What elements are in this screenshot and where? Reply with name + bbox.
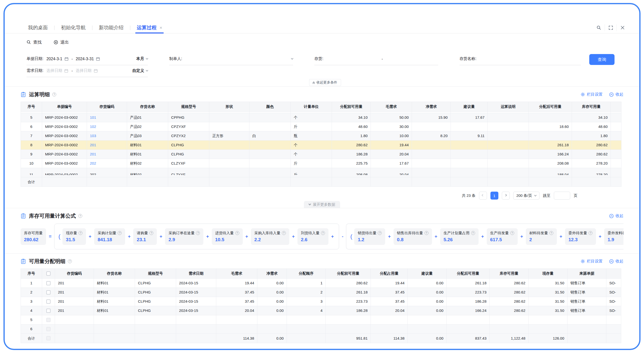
divider <box>5 208 639 208</box>
tab-separator <box>130 26 130 30</box>
column-settings-button[interactable]: 栏目设置 <box>580 92 603 97</box>
exit-button[interactable]: 退出 <box>54 40 69 45</box>
cell <box>209 168 250 177</box>
row-checkbox[interactable] <box>46 299 50 304</box>
cell: MRP-2024-03-0002 <box>42 159 87 168</box>
tab-4[interactable]: 运算过程× <box>135 22 164 33</box>
current-page-button[interactable]: 1 <box>490 192 498 200</box>
help-icon[interactable] <box>378 231 382 235</box>
table-row[interactable]: 9MRP-2024-03-0002201材料01CLPHG个186.2820.0… <box>21 150 622 159</box>
table-row[interactable]: 5MRP-2024-03-0002101产品01CPPHG个34.1050.00… <box>21 113 622 122</box>
chevron-right-icon <box>504 194 507 196</box>
cell: 销售订单 <box>568 306 606 315</box>
collapse-section-button[interactable]: 收起 <box>609 92 624 97</box>
help-icon[interactable] <box>78 231 82 235</box>
total-cell <box>611 177 622 187</box>
need-date-to-input[interactable]: 选择日期 <box>76 68 92 73</box>
help-icon[interactable] <box>321 231 325 235</box>
help-icon[interactable] <box>196 231 200 235</box>
select-all-checkbox[interactable] <box>46 271 50 276</box>
cell: 材料01 <box>127 150 168 159</box>
help-icon[interactable] <box>588 231 592 235</box>
cell: 278.20 <box>572 168 611 177</box>
tab-close-icon[interactable]: × <box>160 25 162 31</box>
cell <box>528 324 568 334</box>
cell: 2024-03-15 <box>176 288 216 297</box>
fullscreen-icon[interactable] <box>604 24 616 31</box>
need-date-preset-select[interactable]: 自定义 <box>132 68 148 73</box>
table-row[interactable]: 6MRP-2024-03-0002102产品02CPZYXF斤48.6030.0… <box>21 122 622 131</box>
column-header: 净需求 <box>257 269 287 279</box>
next-page-button[interactable] <box>502 192 510 200</box>
stock-code-link[interactable]: 101 <box>90 115 96 120</box>
search-icon[interactable] <box>593 24 604 31</box>
chevron-down-icon[interactable] <box>291 57 294 60</box>
stock-code-link[interactable]: 103 <box>90 134 96 138</box>
table-row[interactable]: 10MRP-2024-03-0002202材料02CLZYXF斤225.7517… <box>21 159 622 168</box>
calendar-icon[interactable] <box>64 57 68 61</box>
cell <box>135 324 176 334</box>
column-header[interactable] <box>42 269 55 279</box>
table-row[interactable]: 8MRP-2024-03-0002201材料01CLPHG个280.6219.4… <box>21 141 622 150</box>
table-row[interactable]: 4201材料01CLPHG2024-03-1520.040.004186.282… <box>21 306 621 315</box>
expand-more-data-button[interactable]: 展开更多数据 <box>304 201 340 208</box>
table-row[interactable]: 1201材料01CLPHG2024-03-1519.440.001280.621… <box>21 279 621 288</box>
calendar-icon[interactable] <box>96 57 100 61</box>
stock-code-link[interactable]: 202 <box>90 161 96 165</box>
table-row[interactable]: 2201材料01CLPHG2024-03-1537.450.002261.183… <box>21 288 621 297</box>
help-icon[interactable] <box>68 259 72 263</box>
row-checkbox[interactable] <box>46 318 50 322</box>
help-icon[interactable] <box>471 231 475 235</box>
help-icon[interactable] <box>52 93 56 96</box>
prev-page-button[interactable] <box>479 192 487 200</box>
collapse-section-button[interactable]: 收起 <box>609 213 624 219</box>
total-cell <box>135 334 176 343</box>
query-button[interactable]: 查询 <box>589 54 614 65</box>
page-size-select[interactable]: 200 条/页 <box>513 192 540 200</box>
table-row[interactable]: 3201材料01CLPHG2024-03-1537.450.003223.733… <box>21 297 621 306</box>
stock-code-link[interactable]: 201 <box>90 152 96 156</box>
row-checkbox[interactable] <box>46 327 50 331</box>
total-cell <box>94 334 135 343</box>
column-header: 建议量 <box>408 269 446 279</box>
help-icon[interactable] <box>282 231 286 235</box>
calendar-icon[interactable] <box>64 69 68 73</box>
cell <box>42 297 55 306</box>
collapse-section-button[interactable]: 收起 <box>609 259 624 264</box>
tab-1[interactable]: 我的桌面 <box>26 22 49 33</box>
help-icon[interactable] <box>550 231 553 235</box>
jump-page-input[interactable] <box>554 192 570 200</box>
collapse-more-filters-button[interactable]: 收起更多条件 <box>309 79 341 86</box>
stock-code-link[interactable]: 201 <box>90 143 96 147</box>
table-row[interactable]: 11MRP-2024-03-0002202材料02CLZYXF斤208.0820… <box>21 168 622 177</box>
exit-icon <box>54 40 58 45</box>
tab-2[interactable]: 初始化导航 <box>60 22 87 33</box>
help-icon[interactable] <box>118 231 122 235</box>
table-row[interactable]: 7MRP-2024-03-0002103产品03CPZYX2正方形白瓶1.801… <box>21 131 622 141</box>
help-icon[interactable] <box>510 231 514 235</box>
column-settings-button[interactable]: 栏目设置 <box>580 259 603 264</box>
calendar-icon[interactable] <box>94 69 98 73</box>
help-icon[interactable] <box>149 231 153 235</box>
row-checkbox[interactable] <box>46 290 50 294</box>
need-date-from-input[interactable]: 选择日期 <box>46 68 62 73</box>
column-header: 形状 <box>209 102 250 112</box>
close-icon[interactable] <box>616 24 628 31</box>
cell <box>176 315 216 324</box>
find-button[interactable]: 查找 <box>26 40 42 45</box>
stock-code-link[interactable]: 102 <box>90 124 96 129</box>
help-icon[interactable] <box>235 231 239 235</box>
doc-date-to-input[interactable]: 2024-3-31 <box>76 57 94 61</box>
tab-3[interactable]: 新功能介绍 <box>97 22 125 33</box>
doc-date-from-input[interactable]: 2024-3-1 <box>46 57 62 61</box>
cell <box>94 324 135 334</box>
doc-date-preset-select[interactable]: 本月 <box>136 56 148 62</box>
row-checkbox[interactable] <box>46 309 50 313</box>
column-header: 分配后可用量 <box>446 269 490 279</box>
cell <box>412 168 451 177</box>
stock-range-input[interactable]: - <box>326 57 438 61</box>
help-icon[interactable] <box>424 231 428 235</box>
row-checkbox[interactable] <box>46 281 50 285</box>
column-header: 单据编号 <box>42 102 87 112</box>
help-icon[interactable] <box>78 214 82 218</box>
